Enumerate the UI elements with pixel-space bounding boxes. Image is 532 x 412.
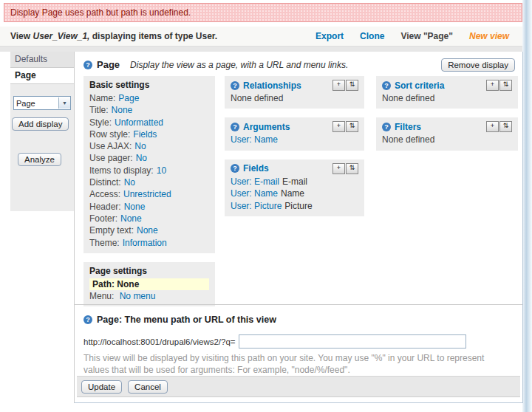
relationships-box: ? Relationships + ⇅ None defined [225,76,364,109]
setting-row: Row style:Fields [89,128,209,140]
chevron-down-icon: ▼ [58,97,70,109]
rearrange-icon[interactable]: ⇅ [499,80,512,91]
help-icon[interactable]: ? [382,123,391,131]
menu-setting-row: Menu: No menu [89,290,209,302]
setting-value-link[interactable]: Unrestricted [123,189,171,199]
sort-criteria-title-link[interactable]: Sort criteria [395,80,486,91]
rearrange-icon[interactable]: ⇅ [346,80,358,91]
tab-defaults[interactable]: Defaults [10,52,74,68]
setting-value-link[interactable]: None [112,105,133,115]
setting-value-link[interactable]: Unformatted [115,117,163,128]
help-icon[interactable]: ? [231,81,239,90]
relationships-title-link[interactable]: Relationships [243,80,332,91]
setting-value-link[interactable]: No [136,153,147,163]
filters-title-link[interactable]: Filters [395,122,486,132]
settings-column-1: Basic settings Name:Page Title:None Styl… [83,76,215,315]
menu-value-link[interactable]: No menu [120,291,156,301]
rearrange-icon[interactable]: ⇅ [346,163,358,174]
path-label: Path: [92,279,115,289]
path-input[interactable] [239,334,466,349]
path-description: This view will be displayed by visiting … [83,352,511,376]
error-message-text: Display Page uses path but path is undef… [10,7,191,18]
setting-row: Use pager:No [89,152,209,164]
path-form-title: Page: The menu path or URL of this view [97,315,276,325]
add-icon[interactable]: + [332,121,345,132]
add-icon[interactable]: + [332,163,345,174]
help-icon[interactable]: ? [83,315,92,324]
url-prefix-text: http://localhost:8001/drupal6/views2/?q= [83,337,236,346]
setting-label: Header: [89,202,121,212]
view-page-link[interactable]: View "Page" [400,31,453,41]
add-icon[interactable]: + [486,80,499,91]
help-icon[interactable]: ? [83,61,92,69]
add-icon[interactable]: + [332,80,345,91]
setting-value-link[interactable]: None [124,202,146,212]
analyze-button[interactable]: Analyze [18,153,61,166]
field-item-link[interactable]: User: Picture [231,201,282,211]
setting-label: Footer: [89,213,117,224]
tab-page[interactable]: Page [10,68,74,84]
help-icon[interactable]: ? [231,123,239,131]
setting-label: Theme: [89,238,120,248]
field-item-link[interactable]: User: Name [231,188,278,199]
rearrange-icon[interactable]: ⇅ [346,121,358,132]
sidebar-panel: Page ▼ Add display Analyze [10,84,74,211]
setting-value-link[interactable]: Page [118,93,139,103]
error-message: Display Page uses path but path is undef… [4,3,522,22]
sort-criteria-empty-text: None defined [382,92,512,104]
setting-value-link[interactable]: Fields [133,129,157,140]
cancel-button[interactable]: Cancel [128,380,168,394]
display-type-select[interactable]: Page ▼ [13,96,71,110]
setting-row: Items to display:10 [89,165,209,176]
path-settings-form: ? Page: The menu path or URL of this vie… [75,304,522,400]
path-url-row: http://localhost:8001/drupal6/views2/?q= [83,334,522,349]
arguments-title-link[interactable]: Arguments [243,122,332,132]
help-icon[interactable]: ? [382,81,391,90]
setting-value-link[interactable]: No [124,177,135,188]
add-display-button[interactable]: Add display [12,117,69,131]
export-link[interactable]: Export [316,31,344,41]
field-item: User: NameName [231,188,358,199]
page-settings-title: Page settings [89,266,209,276]
help-icon[interactable]: ? [231,164,239,173]
setting-value-link[interactable]: None [120,213,142,224]
view-title-desc: displaying items of type User. [92,31,217,41]
field-item-label: Picture [284,201,312,211]
rearrange-icon[interactable]: ⇅ [499,121,512,132]
menu-label: Menu: [89,291,114,301]
new-view-link[interactable]: New view [469,31,509,41]
fields-title-link[interactable]: Fields [243,163,332,174]
setting-row: Access:Unrestricted [89,188,209,200]
setting-row: Style:Unformatted [89,117,209,128]
argument-item-link[interactable]: User: Name [231,134,278,145]
setting-label: Title: [89,105,109,115]
field-item-link[interactable]: User: E-mail [231,176,279,187]
clone-link[interactable]: Clone [360,31,384,41]
path-setting-row: Path: None [89,278,209,290]
setting-value-link[interactable]: Information [123,238,167,248]
sort-criteria-box: ? Sort criteria + ⇅ None defined [376,76,518,109]
add-icon[interactable]: + [486,121,499,132]
header-links: Export Clone View "Page" New view [316,31,509,41]
tab-defaults-label: Defaults [15,54,47,64]
views-admin-page: Display Page uses path but path is undef… [0,0,532,412]
path-value-link[interactable]: None [117,279,139,289]
page-edge-decoration [522,0,532,412]
basic-settings-title: Basic settings [89,80,209,90]
display-title: Page [97,59,120,70]
setting-value-link[interactable]: None [137,225,158,236]
setting-label: Items to display: [89,165,154,176]
setting-value-link[interactable]: 10 [157,165,166,176]
setting-label: Use pager: [89,153,133,163]
arguments-box: ? Arguments + ⇅ User: Name [225,117,364,150]
setting-value-link[interactable]: No [134,141,146,151]
setting-label: Name: [89,93,115,103]
view-name: User_View_1, [33,31,89,41]
tab-page-label: Page [15,70,36,80]
tab-strip [0,47,522,52]
view-header: View User_View_1, displaying items of ty… [0,27,522,47]
update-button[interactable]: Update [81,380,122,394]
setting-row: Distinct:No [89,176,209,188]
setting-row: Footer:None [89,213,209,224]
remove-display-button[interactable]: Remove display [441,58,515,72]
